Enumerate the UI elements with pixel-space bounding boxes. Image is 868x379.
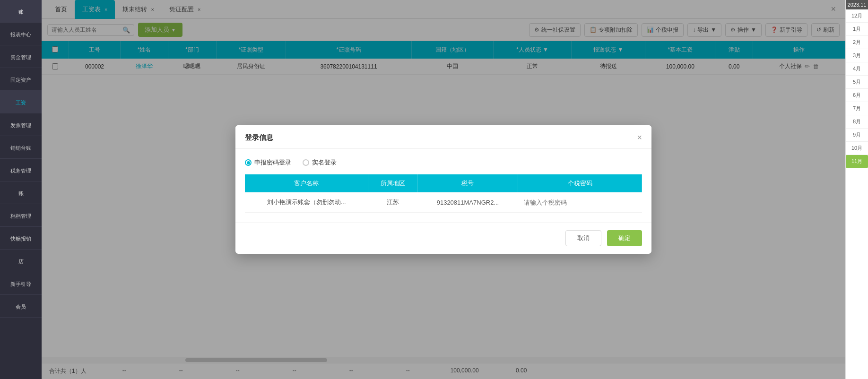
cancel-button[interactable]: 取消 <box>565 230 601 246</box>
sidebar-item-quick-sale[interactable]: 快畅报销 <box>0 227 42 250</box>
sidebar-item-store[interactable]: 店 <box>0 250 42 272</box>
dialog-col-client-name: 客户名称 <box>245 174 368 192</box>
cal-month-10[interactable]: 10月 <box>846 142 868 155</box>
cal-month-5[interactable]: 5月 <box>846 76 868 89</box>
sidebar-item-invoice-mgmt[interactable]: 发票管理 <box>0 113 42 136</box>
dialog-header: 登录信息 × <box>235 125 651 149</box>
cal-month-11[interactable]: 11月 <box>846 155 868 168</box>
dialog-title: 登录信息 <box>245 133 273 142</box>
password-login-radio-dot <box>245 159 252 166</box>
sidebar-item-accounting[interactable]: 账 <box>0 0 42 23</box>
sidebar-item-reconciliation[interactable]: 销销台账 <box>0 136 42 159</box>
dialog-table-row: 刘小艳演示账套（勿删勿动... 江苏 91320811MA7NGR2... <box>245 192 642 213</box>
client-table: 客户名称 所属地区 税号 个税密码 刘小艳演示账套（勿删勿动... 江苏 913… <box>245 174 642 213</box>
dialog-col-tax-id: 税号 <box>417 174 518 192</box>
realname-login-radio[interactable]: 实名登录 <box>303 158 337 167</box>
confirm-button[interactable]: 确定 <box>607 230 642 246</box>
dialog-col-region: 所属地区 <box>368 174 417 192</box>
sidebar-item-fund-mgmt[interactable]: 资金管理 <box>0 45 42 68</box>
realname-login-radio-dot <box>303 159 309 166</box>
dialog-row-region: 江苏 <box>368 192 417 213</box>
dialog-row-tax-id: 91320811MA7NGR2... <box>417 192 518 213</box>
cal-month-7[interactable]: 7月 <box>846 102 868 115</box>
dialog-overlay: 登录信息 × 申报密码登录 实名登录 <box>42 0 845 379</box>
tax-password-input[interactable] <box>524 199 636 206</box>
sidebar-item-fixed-assets[interactable]: 固定资产 <box>0 68 42 91</box>
sidebar-item-tax-mgmt[interactable]: 税务管理 <box>0 159 42 181</box>
dialog-row-tax-password <box>518 192 642 213</box>
cal-month-3[interactable]: 3月 <box>846 49 868 62</box>
calendar-panel: 2023.11 12月 1月 2月 3月 4月 5月 6月 7月 8月 9月 1… <box>845 0 868 379</box>
password-login-radio[interactable]: 申报密码登录 <box>245 158 291 167</box>
sidebar-item-new-guide[interactable]: 新手引导 <box>0 272 42 295</box>
dialog-footer: 取消 确定 <box>235 222 651 254</box>
login-type-radio-group: 申报密码登录 实名登录 <box>245 158 642 167</box>
cal-month-12[interactable]: 12月 <box>846 9 868 23</box>
sidebar-item-archive-mgmt[interactable]: 档档管理 <box>0 204 42 227</box>
login-dialog: 登录信息 × 申报密码登录 实名登录 <box>235 125 651 254</box>
sidebar-item-member[interactable]: 会员 <box>0 295 42 318</box>
dialog-body: 申报密码登录 实名登录 客户名称 所属地区 税号 <box>235 149 651 222</box>
cal-month-4[interactable]: 4月 <box>846 62 868 76</box>
dialog-row-client-name: 刘小艳演示账套（勿删勿动... <box>245 192 368 213</box>
sidebar-item-ledger[interactable]: 账 <box>0 181 42 204</box>
dialog-close-button[interactable]: × <box>637 133 642 143</box>
cal-month-2[interactable]: 2月 <box>846 36 868 49</box>
cal-month-9[interactable]: 9月 <box>846 129 868 142</box>
main-content: 首页 工资表 × 期末结转 × 凭证配置 × × 🔍 <box>42 0 845 379</box>
cal-month-8[interactable]: 8月 <box>846 115 868 129</box>
sidebar: 账 报表中心 资金管理 固定资产 工资 发票管理 销销台账 税务管理 账 档档管… <box>0 0 42 379</box>
dialog-col-tax-password: 个税密码 <box>518 174 642 192</box>
calendar-year: 2023.11 <box>846 0 868 9</box>
cal-month-1[interactable]: 1月 <box>846 23 868 36</box>
sidebar-item-report-center[interactable]: 报表中心 <box>0 23 42 45</box>
sidebar-item-salary[interactable]: 工资 <box>0 91 42 113</box>
cal-month-6[interactable]: 6月 <box>846 89 868 102</box>
